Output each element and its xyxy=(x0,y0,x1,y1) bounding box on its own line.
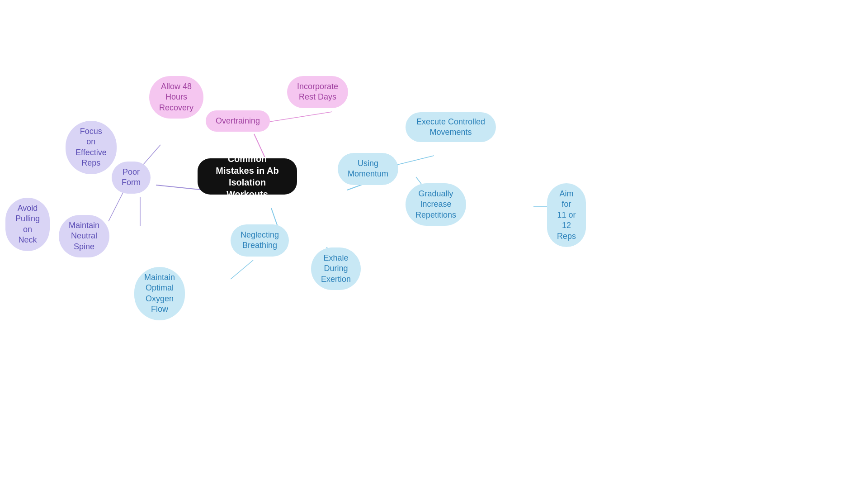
svg-line-10 xyxy=(231,260,253,279)
svg-line-0 xyxy=(254,134,276,181)
svg-line-5 xyxy=(267,112,332,122)
svg-line-4 xyxy=(230,112,231,122)
svg-line-2 xyxy=(271,208,281,237)
svg-line-12 xyxy=(416,177,439,206)
svg-line-9 xyxy=(326,247,344,258)
svg-line-3 xyxy=(347,177,383,190)
svg-line-11 xyxy=(396,156,434,165)
svg-line-7 xyxy=(108,186,127,221)
svg-line-1 xyxy=(156,185,248,195)
svg-line-6 xyxy=(136,145,160,173)
